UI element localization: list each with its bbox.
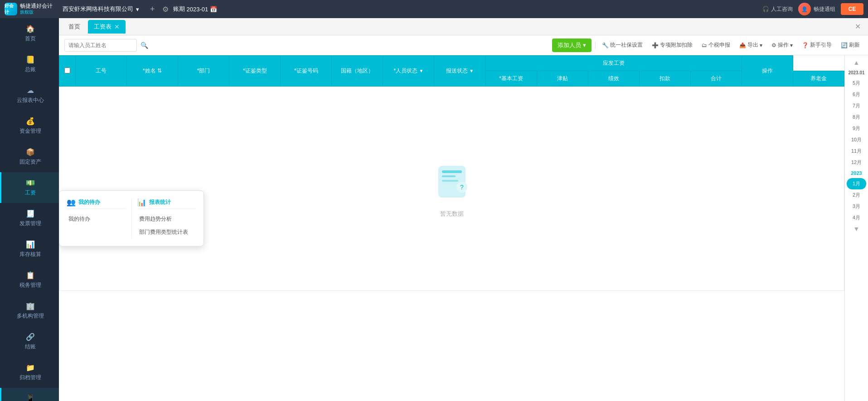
th-should-pay-group: 应发工资 (485, 56, 742, 71)
refresh-button[interactable]: 🔄 刷新 (838, 41, 863, 49)
logo-area: 好会计 畅捷通好会计 旗舰版 (5, 3, 54, 15)
todo-icon: 👥 (67, 198, 76, 207)
th-department: *部门 (178, 56, 229, 87)
timeline-month-2[interactable]: 2月 (845, 189, 868, 201)
timeline-month-3[interactable]: 3月 (845, 201, 868, 212)
sort-icon: ⇅ (157, 68, 162, 74)
customer-service-button[interactable]: 🎧 人工咨询 (762, 5, 793, 13)
sidebar-item-settlement[interactable]: 🔗 结账 (0, 326, 59, 357)
search-icon[interactable]: 🔍 (141, 42, 148, 49)
export-icon: 📤 (739, 42, 746, 48)
add-person-button[interactable]: 添加人员 ▾ (552, 39, 592, 52)
book-icon: 📒 (26, 55, 35, 64)
sidebar-item-home[interactable]: 🏠 首页 (0, 18, 59, 49)
top-bar: 好会计 畅捷通好会计 旗舰版 西安虾米网络科技有限公司 ▾ + ⚙ 账期 202… (0, 0, 868, 18)
timeline-month-9[interactable]: 9月 (845, 123, 868, 134)
ce-badge: CE (841, 3, 863, 15)
settings-icon[interactable]: ⚙ (162, 5, 169, 14)
close-all-icon[interactable]: ✕ (855, 22, 861, 31)
popup-separator (131, 198, 132, 239)
timeline-month-11[interactable]: 11月 (845, 145, 868, 157)
add-company-button[interactable]: + (147, 4, 158, 15)
period-info: 账期 2023-01 📅 (173, 5, 218, 13)
divider (595, 42, 596, 49)
social-insurance-button[interactable]: 🔧 统一社保设置 (599, 41, 645, 49)
operation-button[interactable]: ⚙ 操作 ▾ (769, 41, 795, 49)
timeline-month-8[interactable]: 8月 (845, 111, 868, 123)
plus-icon: ➕ (652, 42, 659, 48)
select-all-checkbox[interactable] (64, 68, 70, 73)
popup-col-todo: 👥 我的待办 我的待办 (67, 198, 126, 239)
timeline-month-5[interactable]: 5月 (845, 77, 868, 89)
search-input[interactable] (64, 39, 137, 52)
insurance-icon: 🔧 (602, 42, 609, 48)
timeline-down-button[interactable]: ▼ (852, 223, 862, 234)
timeline-month-10[interactable]: 10月 (845, 134, 868, 145)
money-icon: 💰 (26, 117, 35, 126)
popup-item-my-todo[interactable]: 我的待办 (67, 213, 126, 226)
sidebar-item-invoice[interactable]: 🧾 发票管理 (0, 203, 59, 234)
th-id-type: *证鉴类型 (229, 56, 281, 87)
org-icon: 🏢 (26, 302, 35, 310)
headset-icon: 🎧 (762, 6, 769, 12)
user-name: 畅捷通组 (814, 5, 835, 13)
popup-item-dept-expense[interactable]: 部门费用类型统计表 (137, 226, 197, 239)
sidebar-item-archive[interactable]: 📁 归档管理 (0, 357, 59, 388)
empty-state-cell: ? 暂无数据 (59, 87, 844, 291)
calendar-icon[interactable]: 📅 (210, 6, 217, 13)
th-id-number: *证鉴号码 (281, 56, 332, 87)
th-employee-id: 工号 (76, 56, 127, 87)
th-status: *人员状态 ▼ (383, 56, 434, 87)
tab-home[interactable]: 首页 (63, 20, 86, 34)
logo-icon: 好会计 (5, 3, 17, 15)
popup-reports-header: 📊 报表统计 (137, 198, 197, 209)
main-layout: 🏠 首页 📒 总账 ☁ 云报表中心 💰 资金管理 📦 固定资产 💵 工资 🧾 发… (0, 18, 868, 401)
report-filter-icon[interactable]: ▼ (469, 68, 474, 73)
timeline-month-12[interactable]: 12月 (845, 157, 868, 168)
guide-button[interactable]: ❓ 新手引导 (799, 41, 834, 49)
sidebar-item-finance[interactable]: 💰 资金管理 (0, 111, 59, 141)
timeline-month-7[interactable]: 7月 (845, 100, 868, 111)
tab-bar: 首页 工资表 ✕ ✕ (59, 18, 868, 35)
sidebar-item-salary[interactable]: 💵 工资 (0, 172, 59, 203)
sidebar: 🏠 首页 📒 总账 ☁ 云报表中心 💰 资金管理 📦 固定资产 💵 工资 🧾 发… (0, 18, 59, 401)
tax-icon: 📋 (26, 271, 35, 280)
phone-icon: 📱 (26, 394, 35, 401)
sidebar-item-ledger[interactable]: 📒 总账 (0, 49, 59, 80)
export-button[interactable]: 📤 导出 ▾ (737, 41, 765, 49)
company-name: 西安虾米网络科技有限公司 (63, 5, 133, 13)
tax-report-button[interactable]: 🗂 个税申报 (699, 41, 733, 49)
th-nationality: 国籍（地区） (332, 56, 383, 87)
sidebar-item-expense[interactable]: 📱 小畅报销 ◀ (0, 388, 59, 401)
th-report-status: 报送状态 ▼ (434, 56, 485, 87)
timeline-month-1-active[interactable]: 1月 (847, 178, 866, 189)
sidebar-item-tax[interactable]: 📋 税务管理 (0, 265, 59, 295)
tab-close-icon[interactable]: ✕ (114, 24, 120, 30)
sidebar-item-cloud-reports[interactable]: ☁ 云报表中心 (0, 80, 59, 111)
top-actions: 🎧 人工咨询 👤 畅捷通组 CE (762, 3, 863, 15)
toolbar: 🔍 添加人员 ▾ 🔧 统一社保设置 ➕ 专项附加扣除 🗂 个税申报 📤 导出 (59, 35, 868, 55)
sidebar-item-inventory[interactable]: 📊 库存核算 (0, 234, 59, 265)
dropdown-arrow-icon: ▾ (583, 42, 586, 48)
sidebar-item-multi-org[interactable]: 🏢 多机构管理 (0, 295, 59, 326)
filter-icon[interactable]: ▼ (419, 68, 423, 73)
cloud-icon: ☁ (27, 86, 34, 95)
svg-rect-1 (442, 170, 462, 173)
special-deduction-button[interactable]: ➕ 专项附加扣除 (649, 41, 695, 49)
timeline-month-4[interactable]: 4月 (845, 212, 868, 223)
tab-salary[interactable]: 工资表 ✕ (88, 20, 126, 34)
avatar: 👤 (798, 3, 811, 15)
timeline-up-button[interactable]: ▲ (852, 57, 862, 68)
folder-icon: 📁 (26, 363, 35, 372)
popup-item-expense-trend[interactable]: 费用趋势分析 (137, 213, 197, 226)
timeline-month-6[interactable]: 6月 (845, 89, 868, 100)
popup-col-reports: 📊 报表统计 费用趋势分析 部门费用类型统计表 (137, 198, 197, 239)
timeline: ▲ 2023.01 5月 6月 7月 8月 9月 10月 11月 12月 202… (844, 55, 868, 401)
svg-text:?: ? (460, 184, 464, 191)
op-icon: ⚙ (771, 42, 776, 48)
th-total: 合计 (690, 71, 742, 87)
svg-rect-2 (442, 175, 456, 177)
sidebar-item-assets[interactable]: 📦 固定资产 (0, 141, 59, 172)
company-selector[interactable]: 西安虾米网络科技有限公司 ▾ (59, 3, 143, 15)
home-icon: 🏠 (26, 24, 35, 33)
